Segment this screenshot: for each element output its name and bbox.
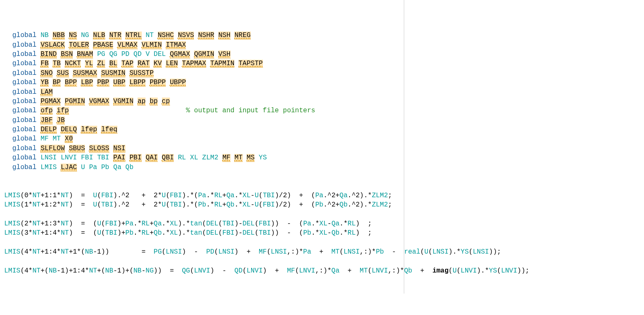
identifier-ys: YS — [461, 248, 469, 256]
identifier-tapmax: TAPMAX — [182, 60, 207, 68]
identifier-pai: PAI — [113, 154, 125, 162]
identifier-qd: QD — [133, 50, 141, 58]
identifier-lmis: LMIS — [40, 164, 56, 171]
code-line: global ofp ifp % output and input file p… — [4, 106, 640, 115]
keyword-global: global — [12, 98, 37, 105]
identifier-rat: RAT — [138, 60, 150, 68]
identifier-del: DEL — [154, 50, 166, 58]
identifier-lnsi: LNSI — [473, 248, 489, 256]
identifier-ns: NS — [69, 32, 77, 40]
identifier-u: U — [162, 201, 166, 209]
code-line: global YB BP BPP LBP PBP UBP LBPP PBPP U… — [4, 78, 640, 87]
identifier-qa: Qa — [226, 192, 234, 199]
identifier-bind: BIND — [40, 50, 56, 58]
identifier-pg: PG — [97, 50, 105, 58]
identifier-nb: NB — [105, 267, 113, 275]
identifier-qa: Qa — [154, 220, 162, 228]
identifier-lnvi: LNVI — [461, 267, 477, 275]
identifier-qbi: QBI — [162, 154, 174, 162]
identifier-qa: Qa — [331, 267, 339, 275]
identifier-kv: KV — [154, 60, 162, 68]
identifier-lam: LAM — [40, 88, 53, 96]
identifier-len: LEN — [166, 60, 178, 68]
identifier-tbi: TBI — [105, 229, 117, 237]
identifier-pgmax: PGMAX — [40, 98, 61, 106]
identifier-pbase: PBASE — [93, 41, 113, 49]
identifier-nt: NT — [32, 248, 40, 256]
code-line — [4, 172, 640, 181]
identifier-nb: NB — [85, 248, 93, 256]
identifier-ng: NG — [81, 32, 89, 39]
identifier-lnsi: LNSI — [344, 248, 360, 256]
func-imag: imag — [432, 267, 448, 275]
identifier-qb: Qb — [125, 164, 133, 171]
identifier-fbi: FBI — [223, 229, 235, 237]
identifier-pg: PG — [154, 248, 162, 256]
identifier-x0: X0 — [65, 135, 73, 143]
identifier-u: U — [254, 192, 259, 199]
keyword-global: global — [12, 164, 37, 171]
identifier-lmis: LMIS — [4, 201, 20, 209]
identifier-qgmin: QGMIN — [194, 50, 214, 58]
identifier-rl: RL — [347, 229, 355, 237]
identifier-u: U — [453, 267, 457, 275]
identifier-nt: NT — [61, 201, 69, 209]
identifier-mt: MT — [234, 154, 242, 162]
identifier-tap: TAP — [122, 60, 134, 68]
identifier-u: U — [81, 164, 85, 171]
code-line: global LMIS LJAC U Pa Pb Qa Qb — [4, 163, 640, 172]
identifier-rl: RL — [214, 192, 222, 199]
identifier-pa: Pa — [198, 192, 206, 199]
identifier-lnvi: LNVI — [299, 267, 315, 275]
identifier-u: U — [93, 201, 97, 209]
identifier-delq: DELQ — [61, 126, 77, 134]
code-line: LMIS(1*NT+1:2*NT) = U(TBI).^2 + 2*U(TBI)… — [4, 200, 640, 209]
identifier-pd: PD — [122, 50, 130, 58]
identifier-del: DEL — [206, 229, 218, 237]
identifier-bl: BL — [109, 60, 117, 68]
identifier-vgmax: VGMAX — [89, 98, 109, 106]
identifier-lmis: LMIS — [4, 267, 20, 275]
identifier-qd: QD — [234, 267, 242, 275]
identifier-nckt: NCKT — [65, 60, 81, 68]
keyword-global: global — [12, 69, 37, 77]
identifier-fbi: FBI — [259, 220, 271, 228]
code-editor[interactable]: global NB NBB NS NG NLB NTR NTRL NT NSHC… — [0, 0, 644, 294]
identifier-v: V — [146, 50, 150, 58]
identifier-pa: Pa — [303, 248, 311, 256]
code-line: global SLFLOW SBUS SLOSS NSI — [4, 144, 640, 153]
identifier-u: U — [162, 192, 166, 199]
identifier-lnsi: LNSI — [271, 248, 287, 256]
identifier-ifp: ifp — [57, 107, 69, 115]
identifier-zlm2: ZLM2 — [372, 201, 388, 209]
code-line: LMIS(2*NT+1:3*NT) = (U(FBI)+Pa.*RL+Qa.*X… — [4, 219, 640, 228]
identifier-fbi: FBI — [101, 192, 113, 199]
identifier-fbi: FBI — [263, 201, 275, 209]
code-line: global BIND BSN BNAM PG QG PD QD V DEL Q… — [4, 50, 640, 59]
identifier-nt: NT — [61, 192, 69, 199]
code-line — [4, 181, 640, 191]
identifier-lnsi: LNSI — [218, 248, 234, 256]
identifier-lfep: lfep — [81, 126, 97, 134]
identifier-rl: RL — [142, 220, 150, 228]
code-line: LMIS(4*NT+1:4*NT+1*(NB-1)) = PG(LNSI) - … — [4, 247, 640, 257]
identifier-ljac: LJAC — [61, 164, 77, 172]
identifier-ntrl: NTRL — [125, 32, 141, 40]
identifier-zlm2: ZLM2 — [372, 192, 388, 199]
identifier-bp: bp — [150, 98, 158, 106]
identifier-susmin: SUSMIN — [101, 69, 125, 77]
identifier-pbp: PBP — [97, 79, 109, 87]
identifier-yb: YB — [40, 79, 48, 87]
identifier-xl: XL — [170, 229, 178, 237]
identifier-lmis: LMIS — [4, 229, 20, 237]
identifier-tapmin: TAPMIN — [210, 60, 235, 68]
identifier-ys: YS — [489, 267, 497, 275]
identifier-qai: QAI — [146, 154, 158, 162]
keyword-global: global — [12, 126, 37, 133]
identifier-qb: Qb — [226, 201, 234, 209]
identifier-lnsi: LNSI — [166, 248, 182, 256]
identifier-pb: Pb — [101, 164, 109, 171]
identifier-pa: Pa — [89, 164, 97, 171]
code-line: LMIS(4*NT+(NB-1)+1:4*NT+(NB-1)+(NB-NG)) … — [4, 266, 640, 275]
code-line: global SNO SUS SUSMAX SUSMIN SUSSTP — [4, 69, 640, 78]
